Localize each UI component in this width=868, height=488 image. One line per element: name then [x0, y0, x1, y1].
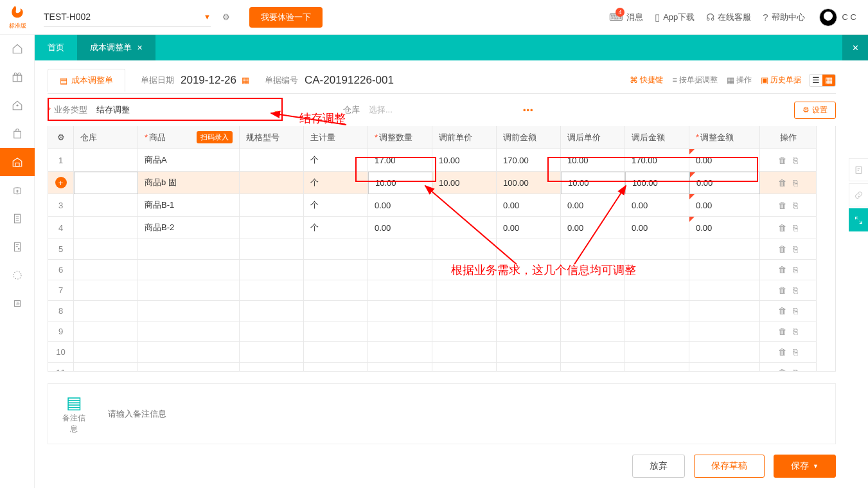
cell-postprice[interactable]	[561, 301, 625, 321]
cell-product[interactable]: 商品b 固	[138, 172, 240, 194]
delete-row-icon[interactable]: 🗑	[778, 285, 786, 295]
cell-postamt[interactable]: 100.00	[625, 172, 689, 194]
cell-adjamt[interactable]	[689, 301, 760, 321]
cell-adjamt[interactable]	[689, 280, 760, 301]
warehouse-field[interactable]: 仓库 选择...	[343, 104, 504, 116]
cell-warehouse[interactable]	[74, 280, 138, 301]
copy-row-icon[interactable]: ⎘	[793, 201, 798, 210]
cell-adjamt[interactable]	[689, 260, 760, 280]
cell-warehouse[interactable]	[74, 321, 138, 342]
cell-qty[interactable]	[368, 280, 432, 301]
cell-qty[interactable]	[368, 342, 432, 363]
copy-row-icon[interactable]: ⎘	[793, 347, 798, 357]
cell-qty[interactable]: 0.00	[368, 194, 432, 217]
copy-row-icon[interactable]: ⎘	[793, 368, 798, 372]
cell-spec[interactable]	[240, 280, 304, 301]
cell-postprice[interactable]: 0.00	[561, 194, 625, 217]
history-link[interactable]: ▣历史单据	[761, 75, 801, 86]
cell-postamt[interactable]	[625, 363, 689, 372]
delete-row-icon[interactable]: 🗑	[778, 201, 786, 210]
cell-warehouse[interactable]	[74, 172, 138, 194]
more-icon[interactable]: •••	[523, 105, 534, 115]
cell-qty[interactable]	[368, 321, 432, 342]
cell-postprice[interactable]: 0.00	[561, 217, 625, 239]
cell-postamt[interactable]	[625, 280, 689, 301]
messages-link[interactable]: ⌨ 消息 4	[609, 12, 643, 23]
copy-row-icon[interactable]: ⎘	[793, 306, 798, 316]
cell-warehouse[interactable]	[74, 239, 138, 260]
rail-home[interactable]	[0, 35, 35, 63]
copy-row-icon[interactable]: ⎘	[793, 244, 798, 254]
delete-row-icon[interactable]: 🗑	[778, 306, 786, 316]
cell-spec[interactable]	[240, 149, 304, 172]
delete-row-icon[interactable]: 🗑	[778, 156, 786, 165]
cell-postprice[interactable]	[561, 342, 625, 363]
cell-postamt[interactable]	[625, 301, 689, 321]
service-link[interactable]: ☊在线客服	[706, 12, 751, 23]
cell-product[interactable]	[138, 321, 240, 342]
cell-product[interactable]: 商品A	[138, 149, 240, 172]
doc-type-tab[interactable]: ▤ 成本调整单	[48, 69, 125, 92]
rail-new[interactable]: 新	[0, 289, 35, 318]
cell-postamt[interactable]	[625, 239, 689, 260]
logo[interactable]: 标准版	[0, 5, 35, 30]
cell-postprice[interactable]	[561, 280, 625, 301]
view-toggle[interactable]: ☰ ▦	[809, 74, 836, 87]
cell-postprice[interactable]	[561, 321, 625, 342]
cell-postprice[interactable]	[561, 363, 625, 372]
cell-postprice[interactable]	[561, 260, 625, 280]
app-download-link[interactable]: ▯App下载	[655, 12, 695, 23]
cell-postamt[interactable]: 170.00	[625, 149, 689, 172]
cell-postprice[interactable]	[561, 239, 625, 260]
cell-spec[interactable]	[240, 260, 304, 280]
rr-expand[interactable]	[849, 208, 868, 231]
close-icon[interactable]: ✕	[137, 44, 143, 52]
copy-row-icon[interactable]: ⎘	[793, 156, 798, 165]
cell-product[interactable]: 商品B-1	[138, 194, 240, 217]
tab-cost-adjust[interactable]: 成本调整单 ✕	[77, 35, 155, 60]
save-draft-button[interactable]: 保存草稿	[694, 455, 765, 478]
cell-spec[interactable]	[240, 301, 304, 321]
delete-row-icon[interactable]: 🗑	[778, 327, 786, 336]
cell-qty[interactable]: 0.00	[368, 217, 432, 239]
cell-qty[interactable]	[368, 301, 432, 321]
copy-row-icon[interactable]: ⎘	[793, 223, 798, 233]
cell-adjamt[interactable]: 0.00	[689, 149, 760, 172]
remarks-input[interactable]	[108, 409, 824, 419]
rail-doc[interactable]	[0, 233, 35, 261]
delete-row-icon[interactable]: 🗑	[778, 265, 786, 275]
rr-note[interactable]	[849, 158, 868, 181]
cell-adjamt[interactable]	[689, 363, 760, 372]
cell-warehouse[interactable]	[74, 194, 138, 217]
cell-adjamt[interactable]	[689, 239, 760, 260]
tab-home[interactable]: 首页	[35, 35, 77, 60]
copy-row-icon[interactable]: ⎘	[793, 327, 798, 336]
cell-product[interactable]	[138, 280, 240, 301]
cell-product[interactable]	[138, 363, 240, 372]
doc-date[interactable]: 单据日期 2019-12-26 ▦	[141, 74, 249, 87]
delete-row-icon[interactable]: 🗑	[778, 244, 786, 254]
row-num[interactable]: +	[48, 172, 74, 194]
cell-spec[interactable]	[240, 321, 304, 342]
rr-link[interactable]	[849, 183, 868, 206]
rail-bag[interactable]	[0, 120, 35, 148]
cell-qty[interactable]: 17.00	[368, 149, 432, 172]
save-button[interactable]: 保存▼	[774, 455, 836, 478]
cell-postprice[interactable]: 10.00	[561, 172, 625, 194]
col-settings[interactable]: ⚙	[48, 126, 74, 149]
cell-spec[interactable]	[240, 239, 304, 260]
cell-qty[interactable]: 10.00	[368, 172, 432, 194]
cell-spec[interactable]	[240, 342, 304, 363]
username[interactable]: C C	[842, 12, 856, 22]
copy-row-icon[interactable]: ⎘	[793, 265, 798, 275]
cell-postprice[interactable]: 10.00	[561, 149, 625, 172]
cell-warehouse[interactable]	[74, 301, 138, 321]
cell-adjamt[interactable]: 0.00	[689, 172, 760, 194]
operations-link[interactable]: ▦操作	[727, 75, 752, 86]
copy-row-icon[interactable]: ⎘	[793, 178, 798, 188]
close-all-tabs[interactable]: ✕	[842, 35, 868, 60]
org-selector[interactable]: TEST-H002 ▼	[44, 8, 211, 27]
delete-row-icon[interactable]: 🗑	[778, 178, 786, 188]
cell-adjamt[interactable]: 0.00	[689, 194, 760, 217]
rail-gift[interactable]	[0, 63, 35, 91]
